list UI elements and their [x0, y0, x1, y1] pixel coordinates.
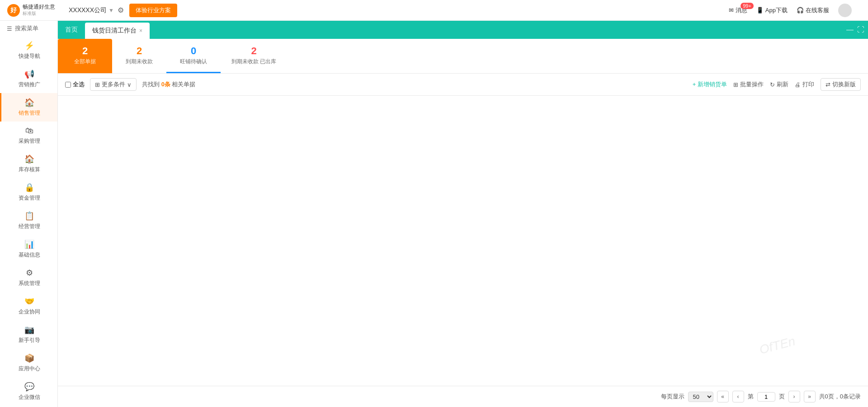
print-button[interactable]: 🖨 打印 [795, 80, 814, 89]
stat-card-all[interactable]: 2 全部单据 [58, 39, 112, 73]
sidebar-item-system[interactable]: ⚙ 系统管理 [0, 263, 57, 292]
company-selector[interactable]: XXXXXX公司 ▼ [69, 6, 114, 14]
settings-icon[interactable]: ⚙ [118, 6, 124, 14]
prev-page-button[interactable]: ‹ [732, 391, 744, 402]
print-icon: 🖨 [795, 81, 801, 88]
search-sidebar-icon: ☰ [7, 25, 12, 32]
download-icon: 📱 [756, 7, 764, 14]
logo-text-area: 畅捷通好生意 标准版 [23, 4, 55, 17]
app-download-label: App下载 [765, 6, 788, 14]
stat-card-wangpu[interactable]: 0 旺铺待确认 [166, 39, 221, 73]
sidebar-marketing-label: 营销推广 [19, 81, 40, 89]
per-page-select[interactable]: 50 100 [688, 392, 713, 402]
sidebar-inventory-label: 库存核算 [19, 166, 40, 173]
sidebar: ☰ 搜索菜单 ⚡ 快捷导航 📢 营销推广 🏠 销售管理 🛍 采购管理 🏠 库存核… [0, 21, 58, 407]
sidebar-item-operation[interactable]: 📋 经营管理 [0, 206, 57, 235]
top-bar: 好 畅捷通好生意 标准版 XXXXXX公司 ▼ ⚙ 体验行业方案 ✉ 消息 99… [0, 0, 868, 21]
sidebar-item-app-center[interactable]: 📦 应用中心 [0, 349, 57, 377]
sidebar-item-basic[interactable]: 📊 基础信息 [0, 235, 57, 263]
last-page-button[interactable]: » [804, 391, 816, 402]
top-bar-right: ✉ 消息 99+ 📱 App下载 🎧 在线客服 [729, 4, 861, 17]
message-badge: 99+ [741, 3, 754, 9]
sidebar-operation-label: 经营管理 [19, 223, 40, 230]
online-service-button[interactable]: 🎧 在线客服 [797, 6, 829, 14]
logo-area: 好 畅捷通好生意 标准版 [7, 4, 65, 17]
stat-card-overdue[interactable]: 2 到期未收款 [112, 39, 166, 73]
chevron-down-icon: ▼ [108, 7, 114, 14]
select-all-input[interactable] [65, 82, 71, 88]
tab-active[interactable]: 钱货日清工作台 × [85, 23, 150, 39]
stat-label-wangpu: 旺铺待确认 [177, 58, 210, 65]
tab-maximize-icon[interactable]: ⛶ [857, 26, 864, 34]
inventory-icon: 🏠 [24, 154, 34, 164]
sidebar-purchase-label: 采购管理 [19, 137, 40, 145]
app-download-button[interactable]: 📱 App下载 [756, 6, 788, 14]
sales-icon: 🏠 [24, 98, 34, 108]
cooperation-icon: 🤝 [24, 296, 34, 306]
batch-icon: ⊞ [733, 81, 738, 88]
result-text: 共找到 0条 相关单据 [142, 80, 195, 89]
first-page-button[interactable]: « [717, 391, 729, 402]
page-content: 2 全部单据 2 到期未收款 0 旺铺待确认 2 到期未收款 已出库 [58, 39, 868, 407]
toolbar-right: + 新增销货单 ⊞ 批量操作 ↻ 刷新 🖨 打印 ⇄ [693, 78, 861, 91]
sidebar-item-inventory[interactable]: 🏠 库存核算 [0, 150, 57, 178]
filter-button[interactable]: ⊞ 更多条件 ∨ [90, 78, 137, 91]
refresh-button[interactable]: ↻ 刷新 [770, 80, 788, 89]
add-sale-button[interactable]: + 新增销货单 [693, 80, 727, 89]
system-icon: ⚙ [26, 268, 33, 278]
tab-close-icon[interactable]: × [139, 28, 142, 34]
sidebar-item-sales[interactable]: 🏠 销售管理 [0, 93, 57, 122]
trial-button[interactable]: 体验行业方案 [129, 4, 177, 17]
message-button[interactable]: ✉ 消息 99+ [729, 6, 747, 14]
sidebar-item-purchase[interactable]: 🛍 采购管理 [0, 122, 57, 150]
sidebar-app-center-label: 应用中心 [19, 365, 40, 373]
tab-home[interactable]: 首页 [58, 21, 85, 39]
operation-icon: 📋 [24, 211, 34, 221]
avatar[interactable] [838, 4, 852, 17]
finance-icon: 🔒 [24, 182, 34, 192]
page-label: 第 [748, 393, 754, 401]
print-label: 打印 [802, 80, 814, 89]
refresh-label: 刷新 [777, 80, 788, 89]
filter-chevron-icon: ∨ [127, 81, 132, 88]
page-number-input[interactable]: 1 [757, 392, 775, 402]
basic-icon: 📊 [24, 239, 34, 249]
sidebar-search-label: 搜索菜单 [15, 24, 38, 33]
result-suffix: 相关单据 [172, 81, 195, 88]
tab-home-label: 首页 [65, 26, 78, 34]
sidebar-item-quick-nav[interactable]: ⚡ 快捷导航 [0, 36, 57, 65]
total-info: 共0页，0条记录 [819, 393, 861, 401]
sidebar-item-marketing[interactable]: 📢 营销推广 [0, 65, 57, 93]
tab-minimize-icon[interactable]: — [846, 26, 854, 34]
stat-label-all: 全部单据 [69, 58, 101, 65]
sidebar-finance-label: 资金管理 [19, 194, 40, 202]
refresh-icon: ↻ [770, 81, 775, 88]
stat-number-all: 2 [69, 45, 101, 57]
purchase-icon: 🛍 [25, 126, 33, 136]
sidebar-item-finance[interactable]: 🔒 资金管理 [0, 178, 57, 206]
batch-button[interactable]: ⊞ 批量操作 [733, 80, 764, 89]
stat-number-wangpu: 0 [177, 45, 210, 57]
sidebar-sales-label: 销售管理 [19, 109, 40, 117]
select-all-label: 全选 [73, 80, 85, 89]
switch-new-button[interactable]: ⇄ 切换新版 [821, 78, 861, 91]
pagination-bar: 每页显示 50 100 « ‹ 第 1 页 › » 共0页，0条记录 [58, 386, 868, 407]
content-area: 首页 钱货日清工作台 × — ⛶ 2 全部单据 2 到期未收款 [58, 21, 868, 407]
sidebar-item-cooperation[interactable]: 🤝 企业协同 [0, 292, 57, 320]
sidebar-item-wechat[interactable]: 💬 企业微信 [0, 377, 57, 406]
app-center-icon: 📦 [24, 353, 34, 363]
company-name: XXXXXX公司 [69, 6, 107, 14]
result-count: 0条 [161, 81, 170, 88]
sidebar-item-search[interactable]: ☰ 搜索菜单 [0, 21, 57, 36]
sidebar-wechat-label: 企业微信 [19, 393, 40, 401]
next-page-button[interactable]: › [788, 391, 800, 402]
stat-number-shipped: 2 [231, 45, 276, 57]
app-badge: 标准版 [23, 10, 55, 17]
online-service-label: 在线客服 [806, 6, 829, 14]
sidebar-basic-label: 基础信息 [19, 251, 40, 259]
stat-card-shipped[interactable]: 2 到期未收款 已出库 [221, 39, 287, 73]
page-label-end: 页 [779, 393, 785, 401]
select-all-checkbox[interactable]: 全选 [65, 80, 85, 89]
sidebar-item-guide[interactable]: 📷 新手引导 [0, 320, 57, 349]
logo-icon: 好 [7, 4, 20, 17]
